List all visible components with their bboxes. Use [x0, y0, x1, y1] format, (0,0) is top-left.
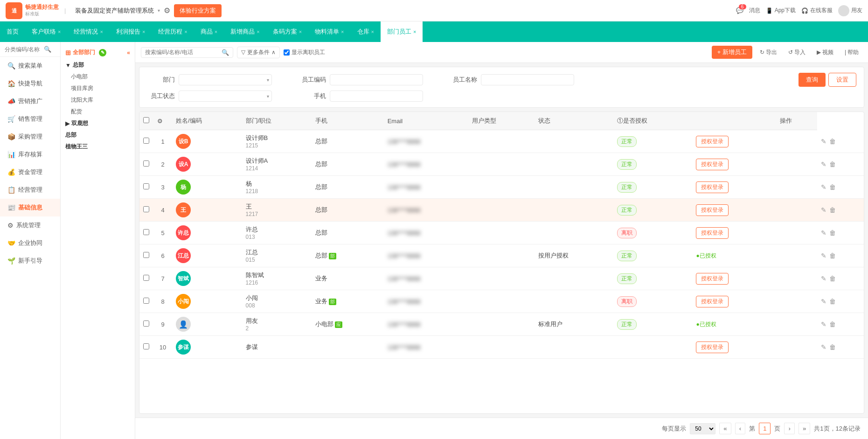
dept-sub-xmku[interactable]: 项目库房 [61, 83, 135, 94]
dept-group-shuanglu[interactable]: ▶ 双鹿想 [61, 118, 135, 129]
nav-item-物料清单[interactable]: 物料清单 × [308, 21, 350, 42]
nav-item-仓库[interactable]: 仓库 × [351, 21, 381, 42]
show-resigned-checkbox[interactable] [284, 49, 290, 56]
help-btn[interactable]: | 帮助 [841, 47, 862, 58]
nav-close-物料清单[interactable]: × [341, 29, 344, 35]
show-resigned-label[interactable]: 显示离职员工 [284, 49, 325, 56]
nav-close-商品[interactable]: × [215, 29, 217, 35]
row-checkbox[interactable] [143, 252, 149, 258]
set-btn[interactable]: 设置 [828, 73, 856, 87]
dept-sub-shenyang[interactable]: 沈阳大库 [61, 94, 135, 106]
sidebar-item-资金管理[interactable]: 💰资金管理 [0, 163, 60, 181]
message-btn[interactable]: 💬 6 [736, 7, 743, 14]
nav-item-商品[interactable]: 商品 × [194, 21, 224, 42]
user-btn[interactable]: 用友 [838, 5, 862, 16]
delete-icon[interactable]: 🗑 [829, 343, 836, 351]
system-title-chevron[interactable]: ▾ [158, 8, 160, 13]
sidebar-item-经营管理[interactable]: 📋经营管理 [0, 181, 60, 199]
nav-close-利润报告[interactable]: × [142, 29, 145, 35]
dept-sub-peihuo[interactable]: 配货 [61, 106, 135, 118]
edit-icon[interactable]: ✎ [821, 229, 826, 237]
nav-item-经营情况[interactable]: 经营情况 × [67, 21, 109, 42]
edit-icon[interactable]: ✎ [821, 252, 826, 259]
auth-login-btn[interactable]: 授权登录 [696, 159, 729, 170]
dept-all[interactable]: ⊞ 全部部门 ✎ « [61, 46, 135, 59]
emp-name-input[interactable] [481, 74, 574, 85]
first-page-btn[interactable]: « [719, 423, 731, 434]
row-checkbox[interactable] [143, 275, 149, 281]
prev-page-btn[interactable]: ‹ [735, 423, 745, 434]
auth-login-btn[interactable]: 授权登录 [696, 227, 729, 239]
delete-icon[interactable]: 🗑 [829, 160, 836, 168]
nav-item-利润报告[interactable]: 利润报告 × [110, 21, 152, 42]
select-all-checkbox[interactable] [143, 117, 149, 123]
edit-icon[interactable]: ✎ [821, 138, 826, 145]
export-btn[interactable]: ↻ 导出 [756, 47, 781, 58]
dept-collapse-icon[interactable]: « [127, 49, 130, 56]
nav-close-新增商品[interactable]: × [257, 29, 259, 35]
delete-icon[interactable]: 🗑 [829, 321, 836, 328]
delete-icon[interactable]: 🗑 [829, 138, 836, 145]
sidebar-item-快捷导航[interactable]: 🏠快捷导航 [0, 75, 60, 92]
sidebar-item-新手引导[interactable]: 🌱新手引导 [0, 252, 60, 270]
edit-icon[interactable]: ✎ [821, 298, 826, 305]
edit-icon[interactable]: ✎ [821, 343, 826, 351]
settings-icon[interactable]: ⚙ [164, 6, 170, 15]
dept-group-zongbu[interactable]: 总部 [61, 129, 135, 141]
app-download-btn[interactable]: 📱 App下载 [766, 7, 796, 14]
nav-item-新增商品[interactable]: 新增商品 × [224, 21, 266, 42]
nav-item-首页[interactable]: 首页 [0, 21, 25, 42]
dept-sub-xiaodian[interactable]: 小电部 [61, 71, 135, 83]
nav-close-经营情况[interactable]: × [100, 29, 103, 35]
row-checkbox[interactable] [143, 206, 149, 212]
sidebar-search-input[interactable] [5, 46, 42, 53]
settings-col-icon[interactable]: ⚙ [157, 118, 163, 125]
delete-icon[interactable]: 🗑 [829, 275, 836, 282]
import-btn[interactable]: ↺ 导入 [785, 47, 809, 58]
phone-input[interactable] [330, 91, 423, 102]
sidebar-item-系统管理[interactable]: ⚙系统管理 [0, 216, 60, 234]
dept-edit-icon[interactable]: ✎ [99, 49, 106, 56]
edit-icon[interactable]: ✎ [821, 206, 826, 214]
try-btn[interactable]: 体验行业方案 [174, 4, 222, 17]
row-checkbox[interactable] [143, 343, 149, 349]
emp-code-input[interactable] [330, 74, 423, 85]
sidebar-item-采购管理[interactable]: 📦采购管理 [0, 128, 60, 146]
row-checkbox[interactable] [143, 298, 149, 304]
nav-close-客户联络[interactable]: × [58, 29, 61, 35]
nav-close-仓库[interactable]: × [371, 29, 374, 35]
delete-icon[interactable]: 🗑 [829, 298, 836, 305]
last-page-btn[interactable]: » [799, 423, 810, 434]
auth-login-btn[interactable]: 授权登录 [696, 341, 729, 353]
nav-item-条码方案[interactable]: 条码方案 × [266, 21, 308, 42]
online-service-btn[interactable]: 🎧 在线客服 [801, 7, 833, 14]
row-checkbox[interactable] [143, 229, 149, 235]
edit-icon[interactable]: ✎ [821, 275, 826, 282]
search-input[interactable] [145, 49, 220, 56]
sidebar-item-销售管理[interactable]: 🛒销售管理 [0, 110, 60, 128]
nav-item-经营历程[interactable]: 经营历程 × [152, 21, 194, 42]
nav-close-条码方案[interactable]: × [299, 29, 302, 35]
delete-icon[interactable]: 🗑 [829, 206, 836, 214]
sidebar-item-基础信息[interactable]: 📰基础信息 [0, 199, 60, 216]
auth-login-btn[interactable]: 授权登录 [696, 273, 729, 285]
search-icon[interactable]: 🔍 [222, 49, 229, 56]
sidebar-search-icon[interactable]: 🔍 [44, 46, 51, 53]
row-checkbox[interactable] [143, 160, 149, 167]
auth-login-btn[interactable]: 授权登录 [696, 204, 729, 216]
edit-icon[interactable]: ✎ [821, 321, 826, 328]
row-checkbox[interactable] [143, 183, 149, 189]
page-size-select[interactable]: 50 100 [690, 423, 715, 434]
more-filter-btn[interactable]: ▽ 更多条件 ∧ [237, 47, 280, 58]
auth-login-btn[interactable]: 授权登录 [696, 181, 729, 193]
delete-icon[interactable]: 🗑 [829, 183, 836, 191]
sidebar-item-营销推广[interactable]: 📣营销推广 [0, 92, 60, 110]
query-btn[interactable]: 查询 [799, 73, 826, 87]
emp-status-select[interactable] [179, 91, 272, 102]
nav-close-部门员工[interactable]: × [413, 29, 416, 35]
dept-group-zhiwu[interactable]: 植物王三 [61, 141, 135, 153]
nav-item-部门员工[interactable]: 部门员工 × [381, 21, 423, 42]
auth-login-btn[interactable]: 授权登录 [696, 296, 729, 307]
edit-icon[interactable]: ✎ [821, 160, 826, 168]
dept-filter-select[interactable] [179, 74, 272, 85]
